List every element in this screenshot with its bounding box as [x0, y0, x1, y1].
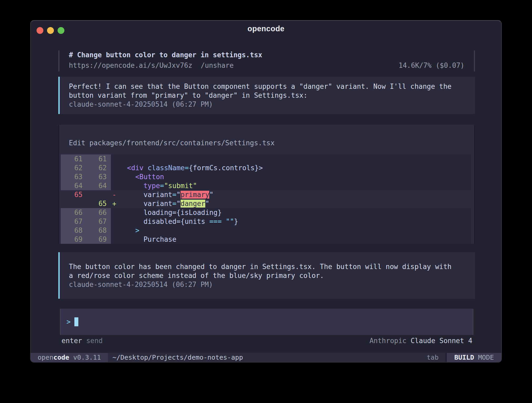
message-line: The button color has been changed to dan…: [69, 262, 464, 271]
message-meta: claude-sonnet-4-20250514 (06:27 PM): [69, 100, 464, 109]
diff-marker: [111, 172, 119, 181]
assistant-message: Perfect! I can see that the Button compo…: [58, 77, 475, 114]
diff-row: 6969 Purchase: [61, 235, 471, 244]
model-info: Anthropic Claude Sonnet 4: [370, 336, 472, 345]
text-cursor: [74, 317, 78, 326]
keybind-key: enter: [62, 337, 82, 345]
share-url-link[interactable]: https://opencode.ai/s/UwJxv76z: [69, 61, 192, 69]
line-number-old: 61: [61, 154, 86, 163]
line-number-new: 63: [86, 172, 111, 181]
message-line: a red/rose color scheme instead of the b…: [69, 271, 464, 280]
diff-marker: [111, 163, 119, 172]
app-name-open: open: [38, 354, 53, 361]
diff-marker: [111, 154, 119, 163]
share-links: https://opencode.ai/s/UwJxv76z/unshare: [69, 61, 234, 70]
model-provider: Anthropic: [370, 337, 407, 345]
app-window: opencode # Change button color to danger…: [30, 20, 502, 363]
mode-toggle-chip[interactable]: BUILD MODE: [447, 353, 501, 362]
line-number-old: 62: [61, 163, 86, 172]
session-title: # Change button color to danger in setti…: [69, 50, 464, 59]
line-number-new: 62: [86, 163, 111, 172]
edit-tool-block: Edit packages/frontend/src/containers/Se…: [58, 125, 475, 244]
mode-name: BUILD: [454, 354, 474, 361]
app-version: v0.3.11: [69, 354, 101, 361]
code-line: type="submit": [119, 181, 197, 190]
session-header: # Change button color to danger in setti…: [58, 50, 475, 71]
status-bar: opencode v0.3.11 ~/Desktop/Projects/demo…: [31, 353, 501, 362]
diff-marker: [111, 208, 119, 217]
line-number-old: 69: [61, 235, 86, 244]
mode-suffix: MODE: [474, 354, 494, 361]
diff-row: 6767 disabled={units === ""}: [61, 217, 471, 226]
app-name-code: code: [53, 354, 69, 361]
line-number-new: [86, 190, 111, 199]
code-line: <Button: [119, 172, 164, 181]
code-line: disabled={units === ""}: [119, 217, 238, 226]
working-directory: ~/Desktop/Projects/demo-notes-app: [112, 353, 243, 362]
line-number-old: [61, 199, 86, 208]
diff-row: 6464 type="submit": [61, 181, 471, 190]
prompt-symbol: >: [66, 318, 71, 326]
token-usage: 14.6K/7% ($0.07): [399, 61, 464, 70]
code-line: >: [119, 226, 139, 235]
line-number-old: 65: [61, 190, 86, 199]
code-line: loading={isLoading}: [119, 208, 222, 217]
line-number-new: 65: [86, 199, 111, 208]
keybind-hint: enter send: [62, 336, 103, 345]
code-line: variant="danger": [119, 199, 209, 208]
line-number-old: 63: [61, 172, 86, 181]
header-right-bar: [474, 50, 475, 71]
diff-row: 6666 loading={isLoading}: [61, 208, 471, 217]
line-number-new: 67: [86, 217, 111, 226]
line-number-old: 66: [61, 208, 86, 217]
session-content: # Change button color to danger in setti…: [58, 50, 475, 345]
line-number-new: 68: [86, 226, 111, 235]
diff-marker: [111, 181, 119, 190]
diff-marker: +: [111, 199, 119, 208]
diff-row: 6262 <div className={formCs.controls}>: [61, 163, 471, 172]
model-name: Claude Sonnet 4: [411, 337, 472, 345]
diff-marker: -: [111, 190, 119, 199]
edit-tool-title: Edit packages/frontend/src/containers/Se…: [59, 138, 474, 147]
keybind-action: send: [86, 337, 103, 345]
line-number-old: 64: [61, 181, 86, 190]
message-meta: claude-sonnet-4-20250514 (06:27 PM): [69, 280, 464, 289]
line-number-new: 64: [86, 181, 111, 190]
window-title: opencode: [31, 24, 501, 33]
diff-row: 6161: [61, 154, 471, 163]
code-line: variant="primary": [119, 190, 213, 199]
app-version-chip: opencode v0.3.11: [31, 353, 108, 362]
diff-row: 65+ variant="danger": [61, 199, 471, 208]
prompt-input[interactable]: >: [60, 309, 473, 335]
diff-marker: [111, 226, 119, 235]
diff-row: 6868 >: [61, 226, 471, 235]
hint-row: enter send Anthropic Claude Sonnet 4: [62, 336, 472, 345]
line-number-new: 66: [86, 208, 111, 217]
assistant-message: The button color has been changed to dan…: [58, 252, 475, 299]
titlebar: opencode: [31, 21, 501, 35]
line-number-old: 68: [61, 226, 86, 235]
line-number-new: 69: [86, 235, 111, 244]
header-left-bar: [58, 50, 59, 71]
status-bar-left: opencode v0.3.11 ~/Desktop/Projects/demo…: [31, 353, 445, 362]
diff-view: 61616262 <div className={formCs.controls…: [59, 154, 474, 244]
tab-keybind-hint: tab: [427, 353, 445, 362]
diff-row: 6363 <Button: [61, 172, 471, 181]
unshare-command[interactable]: /unshare: [201, 61, 234, 69]
line-number-new: 61: [86, 154, 111, 163]
message-line: button variant from "primary" to "danger…: [69, 91, 464, 100]
message-line: Perfect! I can see that the Button compo…: [69, 82, 464, 91]
diff-marker: [111, 235, 119, 244]
line-number-old: 67: [61, 217, 86, 226]
code-line: Purchase: [119, 235, 176, 244]
code-line: <div className={formCs.controls}>: [119, 163, 263, 172]
diff-marker: [111, 217, 119, 226]
diff-row: 65- variant="primary": [61, 190, 471, 199]
